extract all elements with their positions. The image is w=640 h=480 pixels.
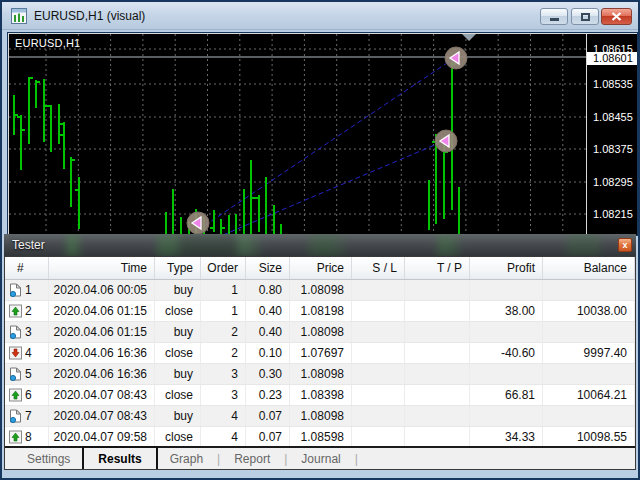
cell-time: 2020.04.07 09:58 (49, 427, 155, 446)
cell-order: 2 (201, 322, 246, 342)
table-row[interactable]: 42020.04.06 16:36close20.101.07697-40.60… (5, 343, 635, 364)
tester-titlebar[interactable]: Tester x (4, 234, 636, 256)
table-row[interactable]: 22020.04.06 01:15close10.401.0819838.001… (5, 301, 635, 322)
tester-tabbar: SettingsResultsGraph|Report|Journal| (5, 446, 635, 469)
cell-num: 2 (5, 301, 49, 321)
current-price-box: 1.08601 (587, 52, 637, 65)
column-header-balance: Balance (543, 257, 635, 279)
cell-type: close (155, 301, 201, 321)
cell-order: 4 (201, 406, 246, 426)
cell-tp (405, 385, 470, 405)
tester-title: Tester (12, 238, 45, 252)
cell-balance: 10064.21 (543, 385, 635, 405)
cell-order: 2 (201, 343, 246, 363)
restore-icon (581, 13, 590, 21)
column-header-tp: T / P (405, 257, 470, 279)
tab-graph[interactable]: Graph (158, 448, 215, 469)
close-icon (611, 12, 622, 21)
cell-price: 1.07697 (290, 343, 352, 363)
close-profit-icon (9, 304, 22, 318)
cell-num: 4 (5, 343, 49, 363)
cell-size: 0.23 (246, 385, 290, 405)
cell-size: 0.10 (246, 343, 290, 363)
cell-size: 0.30 (246, 364, 290, 384)
restore-button[interactable] (571, 8, 599, 25)
table-row[interactable]: 72020.04.07 08:43buy40.071.08098 (5, 406, 635, 427)
chart-symbol-label: EURUSD,H1 (15, 37, 80, 49)
cell-num: 1 (5, 280, 49, 300)
tab-separator: | (282, 448, 289, 469)
cell-price: 1.08198 (290, 301, 352, 321)
cell-balance (543, 322, 635, 342)
window-title: EURUSD,H1 (visual) (34, 9, 145, 23)
cell-profit: -40.60 (470, 343, 543, 363)
trade-trend-line (223, 141, 444, 235)
price-axis-label: 1.08375 (593, 143, 637, 155)
cell-time: 2020.04.06 01:15 (49, 322, 155, 342)
cell-profit (470, 280, 543, 300)
cell-order: 4 (201, 427, 246, 446)
cell-tp (405, 364, 470, 384)
cell-size: 0.07 (246, 406, 290, 426)
cell-profit: 34.33 (470, 427, 543, 446)
close-button[interactable] (601, 8, 632, 25)
table-row[interactable]: 52020.04.06 16:36buy30.301.08098 (5, 364, 635, 385)
tab-report[interactable]: Report (222, 448, 282, 469)
results-table: #TimeTypeOrderSizePriceS / LT / PProfitB… (5, 257, 635, 446)
cell-balance: 10098.55 (543, 427, 635, 446)
column-header-: # (5, 257, 49, 279)
column-header-order: Order (201, 257, 246, 279)
cell-num: 3 (5, 322, 49, 342)
cell-balance: 9997.40 (543, 343, 635, 363)
cell-balance (543, 280, 635, 300)
tester-body: #TimeTypeOrderSizePriceS / LT / PProfitB… (4, 256, 636, 470)
cell-balance (543, 406, 635, 426)
cell-type: buy (155, 406, 201, 426)
cell-type: close (155, 385, 201, 405)
cell-sl (352, 301, 405, 321)
window-titlebar[interactable]: EURUSD,H1 (visual) (2, 2, 638, 30)
cell-profit: 66.81 (470, 385, 543, 405)
cell-price: 1.08098 (290, 364, 352, 384)
cell-num: 6 (5, 385, 49, 405)
cell-sl (352, 364, 405, 384)
cell-price: 1.08098 (290, 322, 352, 342)
cell-type: buy (155, 322, 201, 342)
cell-tp (405, 280, 470, 300)
cell-order: 3 (201, 364, 246, 384)
cell-num: 5 (5, 364, 49, 384)
table-row[interactable]: 12020.04.06 00:05buy10.801.08098 (5, 280, 635, 301)
tester-titlebar-glass (4, 234, 636, 256)
cell-time: 2020.04.07 08:43 (49, 406, 155, 426)
price-axis-label: 1.08455 (593, 111, 637, 123)
column-header-type: Type (155, 257, 201, 279)
table-row[interactable]: 62020.04.07 08:43close30.231.0839866.811… (5, 385, 635, 406)
tab-journal[interactable]: Journal (289, 448, 352, 469)
cell-tp (405, 427, 470, 446)
chart-window-icon (11, 8, 27, 24)
tab-separator: | (215, 448, 222, 469)
price-axis-label: 1.08535 (593, 78, 637, 90)
price-chart[interactable]: EURUSD,H1 1.086151.085351.084551.083751.… (8, 33, 637, 235)
table-row[interactable]: 32020.04.06 01:15buy20.401.08098 (5, 322, 635, 343)
cell-order: 3 (201, 385, 246, 405)
tab-settings[interactable]: Settings (15, 448, 82, 469)
minimize-button[interactable] (540, 8, 568, 25)
cell-profit (470, 364, 543, 384)
tab-results[interactable]: Results (82, 446, 157, 469)
chart-plot-area[interactable] (9, 34, 586, 235)
cell-size: 0.80 (246, 280, 290, 300)
cell-size: 0.40 (246, 322, 290, 342)
cell-price: 1.08598 (290, 427, 352, 446)
close-loss-icon (9, 346, 22, 360)
column-header-sl: S / L (352, 257, 405, 279)
table-row[interactable]: 82020.04.07 09:58close40.071.0859834.331… (5, 427, 635, 446)
tester-close-button[interactable]: x (618, 238, 632, 252)
cell-profit (470, 322, 543, 342)
mt4-chart-window: EURUSD,H1 (visual) EURUSD,H1 1.086151.08… (0, 0, 640, 480)
cell-num: 8 (5, 427, 49, 446)
price-axis-label: 1.08215 (593, 208, 637, 220)
results-table-body: 12020.04.06 00:05buy10.801.0809822020.04… (5, 280, 635, 446)
open-trade-icon (9, 325, 22, 339)
cell-size: 0.40 (246, 301, 290, 321)
